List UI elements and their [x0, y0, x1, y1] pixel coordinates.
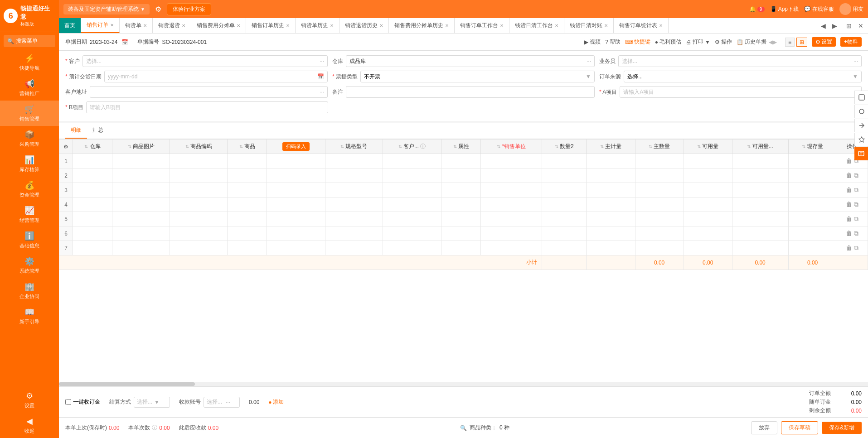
search-menu-button[interactable]: 🔍 搜索菜单 — [4, 35, 55, 47]
customer-input[interactable]: 选择... ··· — [82, 55, 328, 67]
table-scrollbar[interactable] — [59, 382, 868, 386]
copy-row-icon[interactable]: ⧉ — [854, 215, 858, 223]
tab-close-icon[interactable]: ✕ — [286, 23, 290, 28]
row-warehouse[interactable] — [73, 212, 112, 226]
settings-gear-icon[interactable]: ⚙ — [153, 3, 163, 15]
row-warehouse[interactable] — [73, 154, 112, 168]
th-settings[interactable]: ⚙ — [59, 140, 73, 154]
tab-daily-workbench[interactable]: 钱货日清工作台 ✕ — [509, 18, 564, 33]
add-payment-button[interactable]: ● 添加 — [268, 398, 283, 406]
tab-close-icon[interactable]: ✕ — [237, 23, 240, 28]
delete-row-icon[interactable]: 🗑 — [846, 230, 852, 237]
row-attr[interactable] — [441, 241, 481, 255]
profit-action[interactable]: ● 毛利预估 — [655, 38, 681, 46]
invoice-type-select[interactable]: 不开票 ▼ — [360, 71, 595, 82]
a-project-input[interactable]: 请输入A项目 — [620, 86, 862, 98]
warehouse-dots-icon[interactable]: ··· — [587, 58, 591, 64]
calendar-icon[interactable]: 📅 — [121, 39, 128, 45]
right-panel-btn-3[interactable] — [854, 119, 868, 132]
row-code[interactable] — [170, 197, 228, 212]
view-action[interactable]: ▶ 视频 — [584, 38, 601, 46]
row-attr[interactable] — [441, 168, 481, 183]
online-service[interactable]: 💬 在线客服 — [804, 5, 834, 13]
tab-sales-return[interactable]: 销货退货 ✕ — [153, 18, 191, 33]
row-product[interactable] — [228, 183, 267, 197]
row-customer-note[interactable] — [383, 197, 441, 212]
sidebar-item-marketing[interactable]: 📢 营销推广 — [0, 75, 59, 101]
copy-row-icon[interactable]: ⧉ — [854, 201, 858, 208]
tab-detail[interactable]: 明细 — [65, 123, 87, 139]
tab-close-icon[interactable]: ✕ — [604, 23, 608, 28]
tab-daily-reconcile[interactable]: 钱货日清对账 ✕ — [564, 18, 614, 33]
shortcut-action[interactable]: ⌨ 快捷键 — [625, 38, 650, 46]
row-spec[interactable] — [325, 197, 383, 212]
payment-method-select[interactable]: 选择... ▼ — [134, 397, 170, 408]
settings-action-button[interactable]: ⚙ 设置 — [812, 37, 836, 47]
row-warehouse[interactable] — [73, 197, 112, 212]
operation-action[interactable]: ⚙ 操作 — [715, 38, 732, 46]
row-code[interactable] — [170, 241, 228, 255]
user-avatar-area[interactable]: 用友 — [839, 3, 863, 15]
sidebar-item-basic-info[interactable]: ℹ️ 基础信息 — [0, 227, 59, 253]
tab-close-icon[interactable]: ✕ — [330, 23, 334, 28]
row-spec[interactable] — [325, 183, 383, 197]
row-customer-note[interactable] — [383, 226, 441, 241]
warehouse-input[interactable]: 成品库 ··· — [346, 55, 595, 67]
tab-next-button[interactable]: ▶ — [829, 21, 840, 30]
b-project-input[interactable]: 请输入B项目 — [86, 101, 328, 113]
tab-close-icon[interactable]: ✕ — [445, 23, 449, 28]
address-input[interactable]: ··· — [90, 86, 328, 98]
sidebar-item-quick-nav[interactable]: ⚡ 快捷导航 — [0, 50, 59, 75]
sidebar-item-finance[interactable]: 💰 资金管理 — [0, 177, 59, 202]
tab-sales-order[interactable]: 销售订单 ✕ — [81, 18, 120, 33]
row-qty2[interactable] — [542, 197, 587, 212]
row-unit[interactable] — [481, 168, 542, 183]
tab-close-icon[interactable]: ✕ — [110, 23, 114, 28]
save-draft-button[interactable]: 保存草稿 — [781, 421, 818, 434]
row-product[interactable] — [228, 154, 267, 168]
right-panel-btn-4[interactable] — [854, 133, 868, 146]
tab-summary[interactable]: 汇总 — [87, 123, 109, 139]
barcode-input-button[interactable]: 扫码录入 — [282, 142, 310, 151]
row-main-qty[interactable] — [635, 212, 684, 226]
row-main-qty[interactable] — [635, 168, 684, 183]
sidebar-collapse[interactable]: ◀ 收起 — [0, 413, 59, 438]
row-spec[interactable] — [325, 226, 383, 241]
row-code[interactable] — [170, 226, 228, 241]
notification-bell[interactable]: 🔔 9 9 — [749, 6, 765, 12]
discard-button[interactable]: 放弃 — [751, 421, 777, 434]
row-main-unit[interactable] — [587, 197, 635, 212]
tab-sales-invoice[interactable]: 销货单 ✕ — [120, 18, 153, 33]
copy-row-icon[interactable]: ⧉ — [854, 244, 858, 252]
tab-close-icon[interactable]: ✕ — [379, 23, 383, 28]
date-picker-icon[interactable]: 📅 — [317, 73, 324, 80]
one-click-checkout-label[interactable]: 一键收订金 — [65, 398, 100, 406]
row-main-unit[interactable] — [587, 226, 635, 241]
row-main-qty[interactable] — [635, 197, 684, 212]
customer-dots-icon[interactable]: ··· — [320, 58, 324, 64]
row-main-unit[interactable] — [587, 154, 635, 168]
sidebar-item-system[interactable]: ⚙️ 系统管理 — [0, 253, 59, 278]
copy-row-icon[interactable]: ⧉ — [854, 172, 858, 179]
order-source-select[interactable]: 选择... ▼ — [624, 71, 862, 82]
row-attr[interactable] — [441, 183, 481, 197]
address-dots-icon[interactable]: ··· — [320, 89, 324, 95]
row-warehouse[interactable] — [73, 226, 112, 241]
tab-sales-stats[interactable]: 销售订单统计表 ✕ — [614, 18, 669, 33]
row-main-qty[interactable] — [635, 154, 684, 168]
print-action[interactable]: 🖨 打印 ▼ — [686, 38, 710, 46]
tab-sales-history[interactable]: 销售订单历史 ✕ — [246, 18, 296, 33]
row-product[interactable] — [228, 241, 267, 255]
account-dots-icon[interactable]: ··· — [226, 399, 230, 405]
row-warehouse[interactable] — [73, 241, 112, 255]
row-main-unit[interactable] — [587, 241, 635, 255]
row-unit[interactable] — [481, 212, 542, 226]
tab-sales-expense[interactable]: 销售费用分摊单 ✕ — [191, 18, 246, 33]
sidebar-item-purchase[interactable]: 📦 采购管理 — [0, 126, 59, 151]
add-material-button[interactable]: +物料 — [840, 37, 862, 47]
row-attr[interactable] — [441, 197, 481, 212]
row-qty2[interactable] — [542, 212, 587, 226]
tab-expense-history[interactable]: 销售费用分摊单历史 ✕ — [389, 18, 455, 33]
row-main-qty[interactable] — [635, 183, 684, 197]
row-attr[interactable] — [441, 154, 481, 168]
